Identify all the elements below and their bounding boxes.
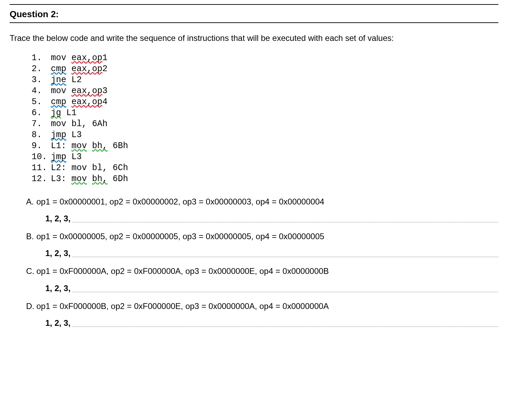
code-line: 9.L1: mov bh, 6Bh (32, 141, 498, 152)
code-content: mov eax,op3 (51, 86, 108, 97)
code-segment: L3 (66, 152, 82, 162)
line-number: 7. (32, 119, 51, 130)
code-segment: L1: (51, 141, 71, 151)
code-line: 8.jmp L3 (32, 130, 498, 141)
code-line: 12.L3: mov bh, 6Dh (32, 174, 498, 185)
question-title: Question 2: (10, 7, 498, 22)
line-number: 8. (32, 130, 51, 141)
part-label: A. (26, 197, 36, 207)
page: Question 2: Trace the below code and wri… (0, 0, 508, 350)
answer-lead: 1, 2, 3, (45, 284, 72, 293)
code-segment: eax,op (71, 86, 102, 96)
part: D.op1 = 0xF000000B, op2 = 0xF000000E, op… (26, 301, 498, 328)
line-number: 4. (32, 86, 51, 97)
question-prompt: Trace the below code and write the seque… (10, 33, 498, 43)
code-content: jmp L3 (51, 130, 82, 141)
answer-blank-line[interactable] (72, 248, 498, 257)
code-segment: jmp (51, 130, 66, 140)
part-label: D. (26, 301, 36, 311)
line-number: 1. (32, 53, 51, 64)
answer-lead: 1, 2, 3, (45, 248, 72, 258)
code-block: 1.mov eax,op12.cmp eax,op23.jne L24.mov … (32, 53, 498, 185)
part-text: op1 = 0x00000005, op2 = 0x00000005, op3 … (36, 232, 324, 241)
code-line: 11.L2: mov bl, 6Ch (32, 163, 498, 174)
answer-row: 1, 2, 3, (45, 283, 498, 293)
answer-blank-line[interactable] (72, 318, 498, 327)
part-label: C. (26, 266, 36, 276)
code-content: jne L2 (51, 75, 82, 86)
code-content: jg L1 (51, 108, 77, 119)
part-heading: A.op1 = 0x00000001, op2 = 0x00000002, op… (26, 197, 498, 207)
code-line: 1.mov eax,op1 (32, 53, 498, 64)
code-segment: cmp (51, 64, 66, 74)
line-number: 6. (32, 108, 51, 119)
code-line: 10.jmp L3 (32, 152, 498, 163)
code-content: L1: mov bh, 6Bh (51, 141, 128, 152)
answer-row: 1, 2, 3, (45, 318, 498, 328)
code-content: cmp eax,op2 (51, 64, 108, 75)
code-content: mov bl, 6Ah (51, 119, 108, 130)
line-number: 10. (32, 152, 51, 163)
rule-bottom (10, 22, 498, 23)
line-number: 11. (32, 163, 51, 174)
part-heading: C.op1 = 0xF000000A, op2 = 0xF000000A, op… (26, 266, 498, 276)
code-segment: L1 (61, 108, 77, 118)
code-segment (66, 97, 71, 107)
code-segment: 6Dh (108, 174, 128, 184)
answer-row: 1, 2, 3, (45, 248, 498, 258)
code-line: 7.mov bl, 6Ah (32, 119, 498, 130)
line-number: 3. (32, 75, 51, 86)
code-segment: mov (71, 141, 87, 151)
parts-container: A.op1 = 0x00000001, op2 = 0x00000002, op… (26, 197, 498, 328)
line-number: 5. (32, 97, 51, 108)
part-text: op1 = 0x00000001, op2 = 0x00000002, op3 … (36, 197, 324, 206)
code-segment: 6Bh (108, 141, 128, 151)
part-label: B. (26, 232, 36, 241)
code-segment: 1 (102, 53, 108, 63)
code-line: 5.cmp eax,op4 (32, 97, 498, 108)
code-segment: jg (51, 108, 61, 118)
code-segment: mov (51, 53, 71, 63)
code-segment: jne (51, 75, 66, 85)
code-line: 2.cmp eax,op2 (32, 64, 498, 75)
part-text: op1 = 0xF000000B, op2 = 0xF000000E, op3 … (36, 301, 329, 311)
code-segment: L3 (66, 130, 82, 140)
code-line: 3.jne L2 (32, 75, 498, 86)
part-heading: D.op1 = 0xF000000B, op2 = 0xF000000E, op… (26, 301, 498, 311)
code-segment (87, 141, 92, 151)
code-content: L3: mov bh, 6Dh (51, 174, 128, 185)
code-segment: L3: (51, 174, 71, 184)
part: C.op1 = 0xF000000A, op2 = 0xF000000A, op… (26, 266, 498, 293)
code-segment: 2 (102, 64, 108, 74)
code-segment: mov (51, 86, 71, 96)
code-segment: L2: mov bl, 6Ch (51, 163, 128, 173)
code-segment: mov bl, 6Ah (51, 119, 108, 129)
code-segment: L2 (66, 75, 82, 85)
line-number: 2. (32, 64, 51, 75)
code-content: L2: mov bl, 6Ch (51, 163, 128, 174)
code-line: 4.mov eax,op3 (32, 86, 498, 97)
code-segment: mov (71, 174, 87, 184)
code-segment: eax,op (71, 64, 102, 74)
line-number: 12. (32, 174, 51, 185)
code-segment: eax,op (71, 53, 102, 63)
code-content: jmp L3 (51, 152, 82, 163)
line-number: 9. (32, 141, 51, 152)
part: B.op1 = 0x00000005, op2 = 0x00000005, op… (26, 232, 498, 258)
code-segment (66, 64, 71, 74)
answer-lead: 1, 2, 3, (45, 318, 72, 328)
part: A.op1 = 0x00000001, op2 = 0x00000002, op… (26, 197, 498, 223)
answer-blank-line[interactable] (72, 213, 498, 222)
part-text: op1 = 0xF000000A, op2 = 0xF000000A, op3 … (36, 266, 329, 276)
code-content: cmp eax,op4 (51, 97, 108, 108)
code-content: mov eax,op1 (51, 53, 108, 64)
code-segment: bh, (92, 174, 108, 184)
answer-lead: 1, 2, 3, (45, 214, 72, 223)
code-segment: eax,op (71, 97, 102, 107)
answer-blank-line[interactable] (72, 283, 498, 292)
code-line: 6.jg L1 (32, 108, 498, 119)
rule-top (10, 4, 498, 5)
part-heading: B.op1 = 0x00000005, op2 = 0x00000005, op… (26, 232, 498, 241)
code-segment: jmp (51, 152, 66, 162)
code-segment: bh, (92, 141, 108, 151)
